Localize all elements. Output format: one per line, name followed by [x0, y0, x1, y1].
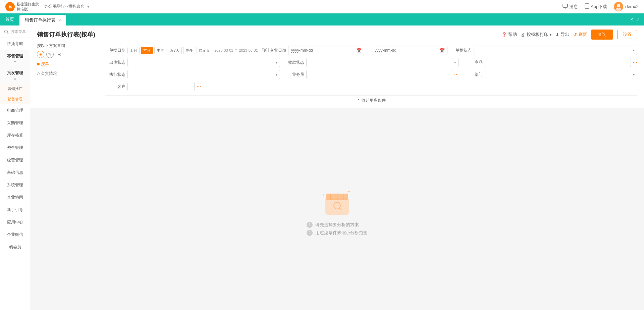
app-center-label: 应用中心: [7, 219, 23, 225]
add-scheme-btn[interactable]: +: [37, 51, 44, 58]
sidebar-item-system[interactable]: 系统管理: [0, 179, 30, 191]
edit-scheme-btn[interactable]: ✎: [46, 51, 54, 58]
search-menu-btn[interactable]: 搜索菜单: [3, 29, 27, 34]
salesperson-dots-btn[interactable]: ···: [454, 71, 459, 78]
date-separator: —: [366, 48, 370, 53]
collapse-icon: ⌃: [357, 98, 360, 103]
print-btn[interactable]: 🖨 按模板打印: [521, 32, 551, 38]
calendar-start-icon: 📅: [356, 48, 362, 53]
filter-payment-field: 收款状态 ▾: [284, 58, 459, 67]
operations-label: 经营管理: [7, 157, 23, 163]
ecommerce-label: 电商管理: [7, 108, 23, 113]
delivery-select[interactable]: [127, 58, 280, 67]
date-end-input[interactable]: [372, 46, 448, 55]
nav-dropdown-icon[interactable]: ▾: [87, 4, 89, 9]
shortcut-7-days[interactable]: 近7天: [168, 47, 182, 54]
sidebar-item-operations[interactable]: 经营管理: [0, 154, 30, 166]
export-btn[interactable]: ⬇ 导出: [555, 32, 569, 38]
header-right: 消息 App下载 demo2: [562, 2, 639, 11]
sales-label: 销售管理: [8, 97, 22, 102]
filter-panel: 按以下方案查询 + ✎ « 按单 欠货情况: [37, 43, 637, 108]
shortcut-this-month[interactable]: 本月: [141, 47, 153, 54]
tab-active[interactable]: 销售订单执行表 ×: [19, 15, 66, 25]
sidebar-item-quick-nav[interactable]: 快捷导航: [0, 38, 30, 50]
main-content: ✦ ✦: [30, 108, 644, 310]
shortcut-custom[interactable]: 自定义: [197, 47, 212, 54]
sidebar-item-wholesale[interactable]: 批发管理 ▴: [0, 67, 30, 84]
settings-btn[interactable]: 设置: [617, 30, 637, 39]
vip-label: 畅会员: [9, 244, 21, 250]
collapse-btn[interactable]: ⌃ 收起更多条件: [357, 98, 386, 103]
inventory-label: 库存核算: [7, 133, 23, 138]
refresh-icon: ↺: [573, 32, 577, 37]
query-btn[interactable]: 查询: [591, 30, 613, 40]
filters-main: 单据日期 上月 本月 本年 近7天 更多 自定义 2023-03-01 至 20…: [101, 43, 637, 108]
scheme-dot-inactive: [37, 72, 40, 75]
export-icon: ⬇: [555, 32, 559, 37]
product-dots-btn[interactable]: ···: [633, 59, 637, 65]
collapse-scheme-btn[interactable]: «: [56, 51, 63, 58]
sidebar-item-retail[interactable]: 零售管理 ▾: [0, 50, 30, 67]
empty-illustration: ✦ ✦: [317, 183, 357, 216]
tab-close-icon[interactable]: ×: [59, 18, 61, 22]
dept-select[interactable]: [485, 70, 637, 79]
customer-dots-btn[interactable]: ···: [197, 84, 201, 90]
shortcut-last-month[interactable]: 上月: [127, 47, 140, 54]
sidebar-item-base-info[interactable]: 基础信息: [0, 166, 30, 179]
sidebar-item-app-center[interactable]: 应用中心: [0, 216, 30, 228]
sidebar-item-vip[interactable]: 畅会员: [0, 241, 30, 253]
page-title: 销售订单执行表(按单): [37, 31, 95, 39]
shortcut-more[interactable]: 更多: [183, 47, 195, 54]
sidebar-item-guide[interactable]: 新手引导: [0, 204, 30, 216]
filter-row-3: 执行状态 ▾ 业务员: [105, 70, 637, 79]
message-btn[interactable]: 消息: [562, 3, 578, 10]
scheme-item-by-order[interactable]: 按单: [37, 60, 93, 68]
app-download-btn[interactable]: App下载: [585, 3, 607, 10]
status-select-wrapper: ▾: [474, 46, 637, 55]
product-input[interactable]: [485, 58, 631, 67]
tab-bar-actions: × ⤢: [626, 13, 644, 25]
svg-line-9: [7, 33, 8, 34]
status-select[interactable]: [474, 46, 637, 55]
retail-label: 零售管理: [7, 53, 23, 59]
finance-label: 资金管理: [7, 145, 23, 151]
filter-date-field: 单据日期 上月 本月 本年 近7天 更多 自定义 2023-03-01 至 20…: [105, 47, 258, 54]
empty-step-2: 2 用过滤条件来缩小分析范围: [307, 230, 368, 236]
empty-state: ✦ ✦: [307, 183, 368, 236]
sidebar-item-inventory[interactable]: 库存核算: [0, 129, 30, 142]
user-area[interactable]: demo2: [614, 2, 639, 11]
payment-select[interactable]: [306, 58, 459, 67]
tab-home[interactable]: 首页: [0, 13, 19, 25]
message-icon: [562, 3, 568, 10]
date-start-input[interactable]: [288, 46, 364, 55]
sidebar-item-wechat[interactable]: 企业微信: [0, 228, 30, 241]
product-label: 商品: [463, 60, 483, 65]
refresh-btn[interactable]: ↺ 刷新: [573, 32, 587, 38]
logo-icon: 畅: [5, 2, 15, 11]
salesperson-input[interactable]: [306, 70, 452, 79]
scheme-item-shortage[interactable]: 欠货情况: [37, 70, 93, 78]
shortcut-this-year[interactable]: 本年: [154, 47, 166, 54]
sidebar-search-area: 搜索菜单: [0, 25, 30, 38]
purchase-label: 采购管理: [7, 120, 23, 126]
top-header: 畅 畅捷通好生意 标准版 办公用品行业模拟账套 ▾ 消息 App下载: [0, 0, 644, 13]
sidebar-item-sales[interactable]: 销售管理: [0, 94, 30, 104]
tab-minimize-icon[interactable]: ×: [630, 16, 633, 22]
sidebar-item-marketing[interactable]: 营销推广: [0, 84, 30, 94]
scheme-actions: + ✎ «: [37, 51, 93, 58]
svg-point-7: [616, 8, 621, 11]
tab-spacer: [66, 13, 626, 25]
sidebar-item-finance[interactable]: 资金管理: [0, 142, 30, 154]
filter-product-field: 商品 ···: [463, 58, 637, 67]
tab-maximize-icon[interactable]: ⤢: [636, 17, 640, 22]
help-btn[interactable]: ❓ 帮助: [501, 32, 517, 38]
guide-label: 新手引导: [7, 207, 23, 213]
sidebar-item-ecommerce[interactable]: 电商管理: [0, 104, 30, 117]
filter-row-1: 单据日期 上月 本月 本年 近7天 更多 自定义 2023-03-01 至 20…: [105, 46, 637, 55]
exec-select[interactable]: [127, 70, 280, 79]
sidebar-item-purchase[interactable]: 采购管理: [0, 117, 30, 129]
customer-input[interactable]: [127, 82, 195, 91]
sidebar-item-enterprise[interactable]: 企业协同: [0, 191, 30, 204]
filter-row-2: 出库状态 ▾ 收款状态: [105, 58, 637, 67]
date-label: 单据日期: [105, 48, 125, 53]
